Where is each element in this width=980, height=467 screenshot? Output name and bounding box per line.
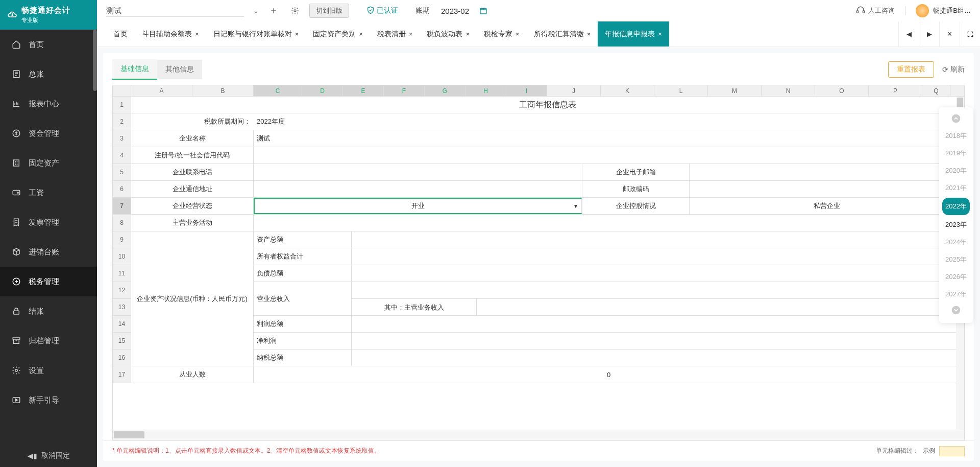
cell[interactable]: 测试 bbox=[254, 130, 964, 147]
col-header[interactable]: H bbox=[465, 85, 506, 96]
nav-assets[interactable]: 固定资产 bbox=[0, 148, 97, 178]
nav-funds[interactable]: 资金管理 bbox=[0, 119, 97, 148]
col-header[interactable]: K bbox=[601, 85, 654, 96]
scroll-thumb[interactable] bbox=[114, 431, 144, 438]
nav-inventory[interactable]: 进销台账 bbox=[0, 237, 97, 267]
col-header[interactable]: A bbox=[131, 85, 192, 96]
col-header[interactable]: D bbox=[302, 85, 343, 96]
cell[interactable]: 主营业务活动 bbox=[131, 215, 254, 231]
nav-home[interactable]: 首页 bbox=[0, 30, 97, 59]
cell[interactable] bbox=[254, 215, 964, 231]
cell[interactable] bbox=[352, 282, 964, 299]
cell[interactable]: 0 bbox=[254, 366, 964, 383]
add-button[interactable] bbox=[266, 4, 281, 18]
year-item[interactable]: 2020年 bbox=[939, 162, 973, 179]
selected-cell-dropdown[interactable]: 开业 bbox=[254, 198, 582, 214]
col-header[interactable]: L bbox=[654, 85, 708, 96]
unpin-button[interactable]: ◀▮ 取消固定 bbox=[0, 445, 97, 467]
col-header[interactable]: B bbox=[192, 85, 254, 96]
col-header[interactable]: M bbox=[708, 85, 762, 96]
tab-item[interactable]: 日记账与银行对账单核对× bbox=[206, 21, 306, 46]
nav-guide[interactable]: 新手引导 bbox=[0, 385, 97, 415]
customer-service-link[interactable]: 人工咨询 bbox=[856, 6, 895, 16]
nav-settings[interactable]: 设置 bbox=[0, 356, 97, 385]
row-header[interactable]: 1 bbox=[113, 97, 131, 113]
cell[interactable] bbox=[352, 248, 964, 265]
nav-closing[interactable]: 结账 bbox=[0, 296, 97, 326]
cell[interactable] bbox=[690, 181, 964, 197]
row-header[interactable]: 3 bbox=[113, 130, 131, 147]
col-header[interactable]: Q bbox=[922, 85, 950, 96]
tab-item[interactable]: 税检专家× bbox=[477, 21, 527, 46]
cell[interactable] bbox=[352, 316, 964, 332]
year-item[interactable]: 2025年 bbox=[939, 251, 973, 268]
tab-close-all[interactable]: ✕ bbox=[939, 21, 960, 46]
col-header[interactable]: G bbox=[425, 85, 465, 96]
col-header[interactable]: F bbox=[384, 85, 425, 96]
cell[interactable] bbox=[352, 265, 964, 282]
tab-item[interactable]: 所得税汇算清缴× bbox=[527, 21, 598, 46]
cell[interactable]: 负债总额 bbox=[254, 265, 352, 282]
row-header[interactable]: 6 bbox=[113, 181, 131, 197]
row-header[interactable]: 15 bbox=[113, 333, 131, 349]
refresh-button[interactable]: ⟳ 刷新 bbox=[942, 65, 965, 74]
year-item[interactable]: 2019年 bbox=[939, 145, 973, 162]
horizontal-scrollbar[interactable] bbox=[113, 430, 964, 440]
year-item[interactable]: 2018年 bbox=[939, 127, 973, 145]
sheet-title[interactable]: 工商年报信息表 bbox=[131, 97, 964, 113]
cell[interactable]: 营业总收入 bbox=[254, 282, 352, 315]
close-icon[interactable]: × bbox=[295, 30, 299, 38]
cell[interactable]: 企业联系电话 bbox=[131, 164, 254, 180]
year-down[interactable] bbox=[939, 303, 973, 319]
close-icon[interactable]: × bbox=[409, 30, 413, 38]
user-menu[interactable]: 畅捷通B组… bbox=[916, 4, 971, 17]
col-header[interactable]: J bbox=[547, 85, 601, 96]
close-icon[interactable]: × bbox=[516, 30, 520, 38]
nav-tax[interactable]: 税务管理 bbox=[0, 267, 97, 296]
row-header[interactable]: 16 bbox=[113, 349, 131, 366]
row-header[interactable]: 13 bbox=[113, 299, 131, 316]
cell[interactable]: 利润总额 bbox=[254, 316, 352, 332]
subtab-other[interactable]: 其他信息 bbox=[157, 60, 202, 79]
cell[interactable]: 企业名称 bbox=[131, 130, 254, 147]
row-header[interactable]: 9 bbox=[113, 231, 131, 248]
tab-item[interactable]: 固定资产类别× bbox=[306, 21, 370, 46]
row-header[interactable]: 17 bbox=[113, 366, 131, 383]
cell[interactable]: 2022年度 bbox=[254, 113, 964, 130]
close-icon[interactable]: × bbox=[465, 30, 470, 38]
row-header[interactable]: 4 bbox=[113, 147, 131, 164]
cell[interactable] bbox=[477, 299, 964, 316]
cell[interactable]: 所有者权益合计 bbox=[254, 248, 352, 265]
close-icon[interactable]: × bbox=[359, 30, 363, 38]
cell[interactable]: 注册号/统一社会信用代码 bbox=[131, 147, 254, 164]
row-header[interactable]: 14 bbox=[113, 316, 131, 333]
settings-button[interactable] bbox=[288, 4, 302, 18]
year-item[interactable]: 2024年 bbox=[939, 233, 973, 251]
nav-invoice[interactable]: 发票管理 bbox=[0, 207, 97, 237]
year-item[interactable]: 2023年 bbox=[939, 216, 973, 233]
reset-button[interactable]: 重置报表 bbox=[888, 61, 934, 78]
col-header[interactable]: C bbox=[254, 85, 302, 96]
cell[interactable]: 净利润 bbox=[254, 333, 352, 349]
subtab-basic[interactable]: 基础信息 bbox=[112, 59, 157, 80]
cell[interactable]: 其中：主营业务收入 bbox=[352, 299, 477, 316]
cell[interactable]: 资产总额 bbox=[254, 231, 352, 248]
nav-reports[interactable]: 报表中心 bbox=[0, 89, 97, 119]
col-header[interactable]: O bbox=[815, 85, 869, 96]
fullscreen-button[interactable] bbox=[960, 21, 980, 46]
close-icon[interactable]: × bbox=[587, 30, 591, 38]
corner-cell[interactable] bbox=[113, 85, 131, 96]
tab-item[interactable]: 斗目辅助余额表× bbox=[135, 21, 206, 46]
company-selector[interactable]: 测试 ⌄ bbox=[106, 6, 259, 16]
tab-scroll-left[interactable]: ◀ bbox=[898, 21, 919, 46]
sidebar-scrollbar[interactable] bbox=[93, 30, 97, 91]
col-header[interactable]: I bbox=[506, 85, 547, 96]
close-icon[interactable]: × bbox=[658, 30, 662, 38]
cell[interactable] bbox=[352, 231, 964, 248]
cell[interactable] bbox=[352, 349, 964, 366]
row-header[interactable]: 5 bbox=[113, 164, 131, 180]
nav-salary[interactable]: 工资 bbox=[0, 178, 97, 207]
tab-item[interactable]: 税表清册× bbox=[370, 21, 420, 46]
col-header[interactable]: P bbox=[869, 85, 922, 96]
year-item-active[interactable]: 2022年 bbox=[942, 198, 970, 215]
